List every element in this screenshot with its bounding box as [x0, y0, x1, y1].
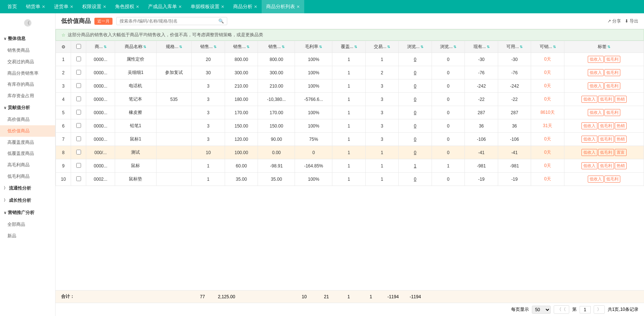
cell-checkbox[interactable] — [71, 66, 86, 79]
sidebar-item-sales-products[interactable]: 销售类商品 — [0, 45, 55, 56]
row-checkbox[interactable] — [76, 57, 81, 61]
nav-product-analysis[interactable]: 商品分析 ✕ — [229, 0, 262, 13]
cell-browse1[interactable]: 0 — [399, 106, 432, 119]
nav-sales-close[interactable]: ✕ — [42, 4, 45, 9]
browse1-link[interactable]: 1 — [414, 163, 416, 169]
cell-browse1[interactable]: 0 — [399, 119, 432, 133]
nav-home[interactable]: 首页 — [3, 0, 21, 13]
sidebar-group-flow[interactable]: 〉 流通性分析 — [0, 182, 55, 194]
col-browse2[interactable]: 浏览...⇅ — [432, 41, 464, 53]
browse1-link[interactable]: 0 — [414, 177, 416, 182]
col-sales2[interactable]: 销售...⇅ — [258, 41, 295, 53]
sidebar-group-marketing[interactable]: ∨ 营销推广分析 — [0, 207, 55, 219]
search-box[interactable]: 🔍 — [116, 17, 227, 25]
first-page-btn[interactable]: 〈〈 — [554, 305, 569, 314]
nav-permission[interactable]: 权限设置 ✕ — [78, 0, 111, 13]
col-trade[interactable]: 交易...⇅ — [365, 41, 398, 53]
sidebar-item-low-margin[interactable]: 低毛利商品 — [0, 171, 55, 182]
cell-browse1[interactable]: 0 — [399, 133, 432, 146]
row-checkbox[interactable] — [76, 150, 81, 154]
browse1-link[interactable]: 0 — [414, 137, 416, 142]
cell-checkbox[interactable] — [71, 146, 86, 159]
col-settings[interactable]: ⚙ — [56, 41, 71, 53]
browse1-link[interactable]: 0 — [414, 84, 416, 89]
page-input[interactable] — [580, 306, 591, 313]
nav-purchase[interactable]: 进货单 ✕ — [50, 0, 78, 13]
cell-browse1[interactable]: 0 — [399, 146, 432, 159]
cell-checkbox[interactable] — [71, 79, 86, 93]
sidebar-item-stock-capital[interactable]: 库存资金占用 — [0, 90, 55, 102]
export-button[interactable]: ⬇ 导出 — [625, 18, 638, 24]
cell-checkbox[interactable] — [71, 53, 86, 66]
row-checkbox[interactable] — [76, 83, 81, 88]
cell-checkbox[interactable] — [71, 173, 86, 186]
share-button[interactable]: ↗ 分享 — [607, 18, 621, 24]
nav-analysis-list-close[interactable]: ✕ — [296, 4, 300, 9]
sidebar-group-overall[interactable]: ∨ 整体信息 — [0, 33, 55, 45]
sidebar-item-traded-products[interactable]: 交易过的商品 — [0, 56, 55, 68]
row-checkbox[interactable] — [76, 70, 81, 75]
cell-checkbox[interactable] — [71, 106, 86, 119]
nav-analysis-list[interactable]: 商品分析列表 ✕ — [262, 0, 304, 13]
row-checkbox[interactable] — [76, 176, 81, 181]
sidebar-item-high-value[interactable]: 高价值商品 — [0, 114, 55, 125]
cell-browse1[interactable]: 0 — [399, 79, 432, 93]
col-coverage[interactable]: 覆盖...⇅ — [332, 41, 365, 53]
sidebar-item-stock-products[interactable]: 有库存的商品 — [0, 79, 55, 90]
browse1-link[interactable]: 0 — [414, 57, 416, 62]
browse1-link[interactable]: 0 — [414, 97, 416, 102]
cell-checkbox[interactable] — [71, 93, 86, 106]
sidebar-item-new-products[interactable]: 新品 — [0, 230, 55, 242]
col-name[interactable]: 商品名称⇅ — [115, 41, 156, 53]
cell-checkbox[interactable] — [71, 119, 86, 133]
sidebar-collapse-btn[interactable]: 《 — [24, 19, 31, 27]
col-margin[interactable]: 毛利率⇅ — [295, 41, 332, 53]
sidebar-group-growth[interactable]: 〉 成长性分析 — [0, 194, 55, 207]
filter-button[interactable]: 近一月 — [94, 18, 113, 25]
nav-template[interactable]: 单据模板设置 ✕ — [186, 0, 229, 13]
col-code[interactable]: 商...⇅ — [86, 41, 115, 53]
row-checkbox[interactable] — [76, 163, 81, 168]
browse1-link[interactable]: 0 — [414, 123, 416, 129]
col-available[interactable]: 可用...⇅ — [498, 41, 531, 53]
sidebar-item-low-coverage[interactable]: 低覆盖度商品 — [0, 148, 55, 159]
next-page-btn[interactable]: 〉 — [594, 305, 605, 314]
sidebar-item-low-value[interactable]: 低价值商品 — [0, 125, 55, 137]
col-sellable[interactable]: 可销...⇅ — [531, 41, 564, 53]
browse1-link[interactable]: 0 — [414, 70, 416, 75]
nav-product-in[interactable]: 产成品入库单 ✕ — [144, 0, 186, 13]
select-all-checkbox[interactable] — [76, 44, 81, 49]
sidebar-item-all-products[interactable]: 全部商品 — [0, 219, 55, 230]
sidebar-item-high-margin[interactable]: 高毛利商品 — [0, 159, 55, 171]
nav-product-in-close[interactable]: ✕ — [178, 4, 182, 9]
col-qty[interactable]: 销售...⇅ — [192, 41, 225, 53]
col-spec[interactable]: 规格...⇅ — [156, 41, 192, 53]
col-sales1[interactable]: 销售...⇅ — [225, 41, 258, 53]
nav-product-analysis-close[interactable]: ✕ — [254, 4, 257, 9]
nav-template-close[interactable]: ✕ — [221, 4, 224, 9]
sidebar-item-category-sales[interactable]: 商品分类销售率 — [0, 68, 55, 79]
browse1-link[interactable]: 0 — [414, 150, 416, 155]
col-checkbox[interactable] — [71, 41, 86, 53]
cell-checkbox[interactable] — [71, 159, 86, 173]
col-tags[interactable]: 标签⇅ — [564, 41, 644, 53]
cell-checkbox[interactable] — [71, 133, 86, 146]
search-input[interactable] — [120, 18, 217, 24]
nav-permission-close[interactable]: ✕ — [103, 4, 106, 9]
nav-role-close[interactable]: ✕ — [136, 4, 139, 9]
row-checkbox[interactable] — [76, 96, 81, 101]
table-container[interactable]: ⚙ 商...⇅ 商品名称⇅ 规格...⇅ 销售...⇅ 销售...⇅ 销售...… — [56, 41, 644, 290]
col-browse1[interactable]: 浏览...⇅ — [399, 41, 432, 53]
browse1-link[interactable]: 0 — [414, 110, 416, 115]
cell-browse1[interactable]: 0 — [399, 93, 432, 106]
cell-browse1[interactable]: 0 — [399, 66, 432, 79]
nav-sales[interactable]: 销货单 ✕ — [21, 0, 50, 13]
sidebar-group-contribution[interactable]: ∨ 贡献值分析 — [0, 102, 55, 114]
col-stock[interactable]: 现有...⇅ — [465, 41, 498, 53]
cell-browse1[interactable]: 1 — [399, 159, 432, 173]
nav-role[interactable]: 角色授权 ✕ — [111, 0, 144, 13]
sidebar-item-high-coverage[interactable]: 高覆盖度商品 — [0, 137, 55, 148]
row-checkbox[interactable] — [76, 110, 81, 115]
row-checkbox[interactable] — [76, 123, 81, 128]
cell-browse1[interactable]: 0 — [399, 53, 432, 66]
